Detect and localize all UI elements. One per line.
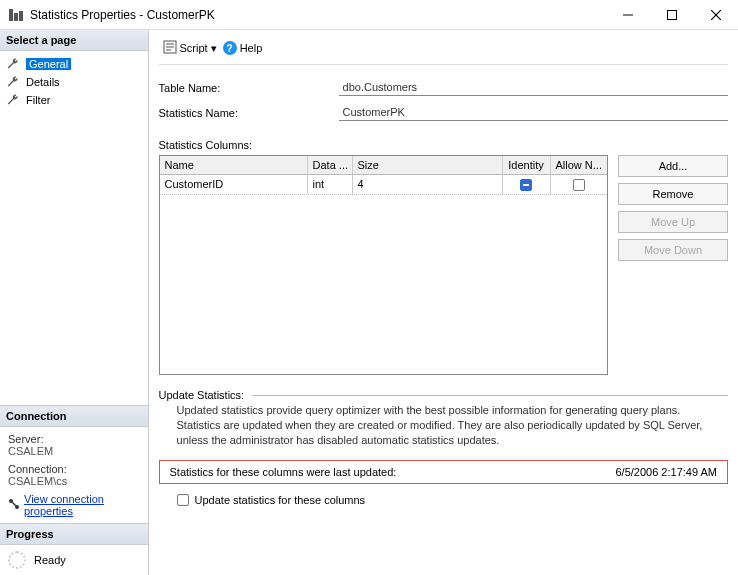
help-label: Help bbox=[240, 42, 263, 54]
svg-rect-0 bbox=[9, 9, 13, 21]
checkbox-icon bbox=[573, 179, 585, 191]
table-name-label: Table Name: bbox=[159, 82, 339, 94]
divider bbox=[252, 395, 728, 396]
link-label: View connection properties bbox=[24, 493, 140, 517]
remove-button[interactable]: Remove bbox=[618, 183, 728, 205]
sidebar: Select a page General Details Filter Con… bbox=[0, 30, 149, 575]
grid-header: Name Data ... Size Identity Allow N... bbox=[160, 156, 607, 175]
checkbox-icon bbox=[520, 179, 532, 191]
close-button[interactable] bbox=[694, 0, 738, 30]
sidebar-item-general[interactable]: General bbox=[0, 55, 148, 73]
move-down-button: Move Down bbox=[618, 239, 728, 261]
statistics-name-field[interactable]: CustomerPK bbox=[339, 104, 728, 121]
svg-rect-1 bbox=[14, 13, 18, 21]
last-updated-box: Statistics for these columns were last u… bbox=[159, 460, 728, 484]
cell-datatype: int bbox=[308, 175, 353, 194]
statistics-columns-grid[interactable]: Name Data ... Size Identity Allow N... C… bbox=[159, 155, 608, 375]
maximize-button[interactable] bbox=[650, 0, 694, 30]
sidebar-item-details[interactable]: Details bbox=[0, 73, 148, 91]
select-page-header: Select a page bbox=[0, 30, 148, 51]
progress-status: Ready bbox=[34, 554, 66, 566]
script-button[interactable]: Script ▾ bbox=[163, 40, 217, 56]
table-row[interactable]: CustomerID int 4 bbox=[160, 175, 607, 195]
grid-col-allownull[interactable]: Allow N... bbox=[551, 156, 607, 174]
server-label: Server: bbox=[8, 433, 140, 445]
cell-allownull bbox=[551, 175, 607, 194]
help-icon: ? bbox=[223, 41, 237, 55]
cell-size: 4 bbox=[353, 175, 503, 194]
statistics-name-label: Statistics Name: bbox=[159, 107, 339, 119]
last-updated-value: 6/5/2006 2:17:49 AM bbox=[615, 466, 717, 478]
sidebar-item-label: Filter bbox=[26, 94, 50, 106]
svg-rect-2 bbox=[19, 11, 23, 21]
server-value: CSALEM bbox=[8, 445, 140, 457]
titlebar: Statistics Properties - CustomerPK bbox=[0, 0, 738, 30]
add-button[interactable]: Add... bbox=[618, 155, 728, 177]
sidebar-item-label: Details bbox=[26, 76, 60, 88]
grid-col-identity[interactable]: Identity bbox=[503, 156, 551, 174]
connection-header: Connection bbox=[0, 405, 148, 427]
update-statistics-checkbox-label: Update statistics for these columns bbox=[195, 494, 366, 506]
view-connection-properties-link[interactable]: View connection properties bbox=[8, 493, 140, 517]
svg-rect-4 bbox=[668, 10, 677, 19]
wrench-icon bbox=[6, 75, 20, 89]
script-icon bbox=[163, 40, 177, 56]
cell-name: CustomerID bbox=[160, 175, 308, 194]
toolbar: Script ▾ ? Help bbox=[159, 40, 728, 65]
table-name-field[interactable]: dbo.Customers bbox=[339, 79, 728, 96]
progress-spinner-icon bbox=[8, 551, 26, 569]
window-title: Statistics Properties - CustomerPK bbox=[30, 8, 606, 22]
script-label: Script bbox=[180, 42, 208, 54]
statistics-columns-label: Statistics Columns: bbox=[159, 139, 728, 151]
update-statistics-label: Update Statistics: bbox=[159, 389, 245, 401]
sidebar-item-filter[interactable]: Filter bbox=[0, 91, 148, 109]
cell-identity bbox=[503, 175, 551, 194]
svg-line-9 bbox=[12, 502, 16, 506]
grid-col-name[interactable]: Name bbox=[160, 156, 308, 174]
connection-value: CSALEM\cs bbox=[8, 475, 140, 487]
progress-header: Progress bbox=[0, 523, 148, 545]
update-statistics-description: Updated statistics provide query optimiz… bbox=[159, 401, 728, 456]
grid-col-datatype[interactable]: Data ... bbox=[308, 156, 353, 174]
chevron-down-icon: ▾ bbox=[211, 42, 217, 55]
connection-icon bbox=[8, 498, 20, 512]
content-area: Script ▾ ? Help Table Name: dbo.Customer… bbox=[149, 30, 738, 575]
help-button[interactable]: ? Help bbox=[223, 41, 263, 55]
sidebar-item-label: General bbox=[26, 58, 71, 70]
minimize-button[interactable] bbox=[606, 0, 650, 30]
connection-label: Connection: bbox=[8, 463, 140, 475]
wrench-icon bbox=[6, 57, 20, 71]
move-up-button: Move Up bbox=[618, 211, 728, 233]
app-icon bbox=[8, 7, 24, 23]
grid-col-size[interactable]: Size bbox=[353, 156, 503, 174]
last-updated-label: Statistics for these columns were last u… bbox=[170, 466, 397, 478]
update-statistics-checkbox[interactable] bbox=[177, 494, 189, 506]
wrench-icon bbox=[6, 93, 20, 107]
